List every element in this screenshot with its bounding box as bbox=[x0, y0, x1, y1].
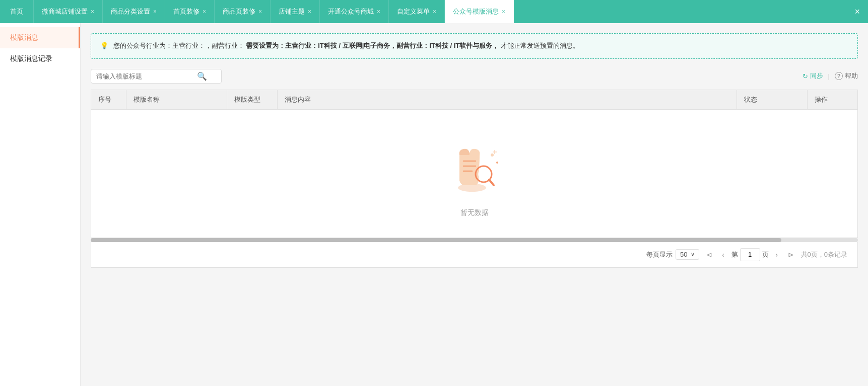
nav-tab-home-decor[interactable]: 首页装修 × bbox=[165, 0, 215, 23]
col-header-type: 模版类型 bbox=[227, 90, 278, 109]
close-tab-product-decor[interactable]: × bbox=[258, 8, 262, 15]
page-unit: 页 bbox=[762, 250, 769, 259]
col-header-name: 模版名称 bbox=[126, 90, 227, 109]
nav-tab-theme[interactable]: 店铺主题 × bbox=[271, 0, 320, 23]
sidebar-item-template-msg[interactable]: 模版消息 bbox=[0, 27, 80, 48]
page-navigation: ⊲ ‹ 第 页 › ⊳ bbox=[703, 248, 797, 261]
svg-line-6 bbox=[489, 180, 494, 185]
per-page-label: 每页显示 bbox=[646, 250, 673, 259]
close-tab-template-msg[interactable]: × bbox=[502, 8, 505, 15]
nav-tab-shop-settings[interactable]: 微商城店铺设置 × bbox=[34, 0, 103, 23]
search-input-wrap: 🔍 bbox=[91, 69, 222, 84]
col-header-index: 序号 bbox=[91, 90, 126, 109]
notice-box: 💡 您的公众号行业为：主营行业：，副营行业： 需要设置为：主营行业：IT科技 /… bbox=[91, 33, 858, 59]
toolbar-divider: | bbox=[828, 72, 830, 80]
total-info: 共0页，0条记录 bbox=[801, 250, 847, 259]
first-page-button[interactable]: ⊲ bbox=[703, 249, 715, 261]
svg-point-8 bbox=[496, 162, 498, 164]
nav-tab-mall[interactable]: 开通公众号商城 × bbox=[320, 0, 389, 23]
col-header-status: 状态 bbox=[737, 90, 808, 109]
horizontal-scrollbar[interactable] bbox=[91, 238, 858, 242]
nav-tab-menu[interactable]: 自定义菜单 × bbox=[389, 0, 445, 23]
search-icon[interactable]: 🔍 bbox=[197, 71, 207, 81]
top-nav: 首页 微商城店铺设置 × 商品分类设置 × 首页装修 × 商品页装修 × 店铺主… bbox=[0, 0, 868, 23]
nav-tab-template-msg[interactable]: 公众号模版消息 × bbox=[445, 0, 514, 23]
page-size-select: 每页显示 50 ∨ bbox=[646, 249, 699, 260]
sync-button[interactable]: ↻ 同步 bbox=[803, 71, 823, 81]
sidebar-item-template-log[interactable]: 模版消息记录 bbox=[0, 48, 80, 69]
close-all-tabs[interactable]: × bbox=[846, 7, 868, 17]
page-size-dropdown[interactable]: 50 ∨ bbox=[676, 249, 699, 260]
nav-tab-home[interactable]: 首页 bbox=[0, 0, 34, 23]
svg-point-5 bbox=[478, 169, 489, 180]
close-tab-theme[interactable]: × bbox=[308, 8, 311, 15]
search-bar: 🔍 ↻ 同步 | ? 帮助 bbox=[91, 69, 858, 84]
page-label: 第 bbox=[731, 250, 738, 259]
search-input[interactable] bbox=[96, 72, 197, 80]
close-tab-home-decor[interactable]: × bbox=[203, 8, 206, 15]
chevron-down-icon: ∨ bbox=[691, 251, 695, 258]
empty-text: 暂无数据 bbox=[460, 208, 489, 217]
sync-icon: ↻ bbox=[803, 72, 808, 80]
notice-highlight: 需要设置为：主营行业：IT科技 / 互联网|电子商务，副营行业：IT科技 / I… bbox=[246, 42, 499, 49]
notice-icon: 💡 bbox=[100, 42, 108, 49]
nav-tab-product-decor[interactable]: 商品页装修 × bbox=[215, 0, 271, 23]
scroll-thumb[interactable] bbox=[91, 238, 781, 242]
nav-tab-category[interactable]: 商品分类设置 × bbox=[103, 0, 165, 23]
main-layout: 模版消息 模版消息记录 💡 您的公众号行业为：主营行业：，副营行业： 需要设置为… bbox=[0, 23, 868, 386]
svg-point-7 bbox=[491, 153, 494, 157]
help-button[interactable]: ? 帮助 bbox=[835, 71, 858, 81]
toolbar-right: ↻ 同步 | ? 帮助 bbox=[803, 71, 858, 81]
help-icon: ? bbox=[835, 72, 843, 80]
data-table: 序号 模版名称 模版类型 消息内容 状态 操作 bbox=[91, 90, 858, 238]
col-header-action: 操作 bbox=[808, 90, 858, 109]
last-page-button[interactable]: ⊳ bbox=[785, 249, 797, 261]
content-area: 💡 您的公众号行业为：主营行业：，副营行业： 需要设置为：主营行业：IT科技 /… bbox=[81, 23, 868, 386]
pagination: 每页显示 50 ∨ ⊲ ‹ 第 页 › ⊳ 共0页，0条记录 bbox=[91, 242, 858, 268]
page-number-input[interactable] bbox=[740, 248, 760, 261]
empty-illustration bbox=[444, 140, 505, 200]
page-size-value: 50 bbox=[680, 251, 687, 258]
empty-state: 暂无数据 bbox=[91, 110, 857, 238]
close-tab-mall[interactable]: × bbox=[377, 8, 380, 15]
col-header-content: 消息内容 bbox=[278, 90, 737, 109]
sidebar: 模版消息 模版消息记录 bbox=[0, 23, 81, 386]
next-page-button[interactable]: › bbox=[771, 249, 783, 261]
close-tab-category[interactable]: × bbox=[153, 8, 157, 15]
prev-page-button[interactable]: ‹ bbox=[717, 249, 729, 261]
close-tab-shop-settings[interactable]: × bbox=[91, 8, 94, 15]
close-tab-menu[interactable]: × bbox=[433, 8, 436, 15]
